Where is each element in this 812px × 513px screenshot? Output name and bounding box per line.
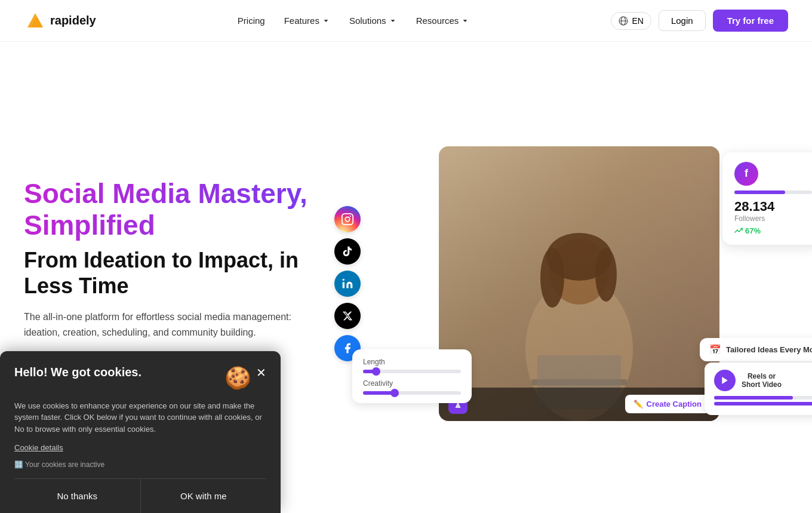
reels-card: Reels orShort Video — [705, 363, 812, 415]
cookie-title: Hello! We got cookies. — [14, 365, 219, 379]
cookie-inactive-message: 🔢 Your cookies are inactive — [14, 460, 266, 469]
stats-card: f 28.134 Followers 67% — [722, 152, 812, 245]
trending-up-icon — [734, 226, 743, 235]
hero-description: The all-in-one platform for effortless s… — [24, 309, 310, 340]
svg-point-7 — [350, 215, 351, 216]
play-icon — [720, 376, 730, 385]
hero-title-gradient: Social Media Mastery, Simplified — [24, 178, 310, 241]
cookie-close-button[interactable]: ✕ — [256, 365, 266, 380]
hero-photo-inner: ✏️ Create Caption — [439, 146, 719, 421]
creativity-label: Creativity — [363, 379, 461, 388]
svg-marker-17 — [722, 377, 727, 384]
logo-icon — [24, 10, 47, 32]
logo[interactable]: rapidely — [24, 10, 96, 32]
hero-title-sub: From Ideation to Impact, in Less Time — [24, 247, 310, 299]
svg-point-8 — [343, 278, 345, 280]
hero-photo: ✏️ Create Caption — [439, 146, 719, 421]
chevron-down-icon — [322, 17, 330, 25]
reels-bar-2 — [714, 402, 812, 406]
svg-rect-5 — [342, 213, 353, 224]
nav-pricing[interactable]: Pricing — [238, 16, 265, 26]
hero-illustration: ✏️ Create Caption f 28.134 Followers 67% — [334, 140, 788, 427]
svg-point-6 — [345, 217, 349, 221]
language-selector[interactable]: EN — [611, 12, 651, 30]
creativity-slider-group: Creativity — [363, 379, 461, 395]
length-slider-group: Length — [363, 358, 461, 373]
length-track[interactable] — [363, 370, 461, 373]
chevron-down-icon — [461, 17, 469, 25]
cookie-buttons: No thanks OK with me — [14, 478, 266, 513]
stats-card-avatar: f — [734, 162, 758, 186]
create-caption-button[interactable]: ✏️ Create Caption — [625, 395, 710, 413]
cookie-ok-button[interactable]: OK with me — [141, 479, 267, 513]
length-label: Length — [363, 358, 461, 366]
stats-followers-label: Followers — [734, 214, 812, 223]
instagram-icon[interactable] — [334, 206, 361, 232]
cookie-description: We use cookies to enhance your experienc… — [14, 400, 266, 435]
logo-text: rapidely — [50, 14, 96, 27]
length-thumb[interactable] — [372, 367, 380, 376]
sliders-panel: Length Creativity — [352, 349, 472, 403]
nav-solutions[interactable]: Solutions — [349, 16, 397, 26]
nav-right: EN Login Try for free — [611, 10, 788, 32]
stats-progress-bar — [734, 191, 812, 194]
x-twitter-icon[interactable] — [334, 303, 361, 329]
reels-label: Reels orShort Video — [742, 372, 782, 389]
reels-play-button[interactable] — [714, 370, 736, 391]
navbar: rapidely Pricing Features Solutions Reso… — [0, 0, 812, 42]
cookie-no-button[interactable]: No thanks — [14, 479, 141, 513]
tailored-ideas-badge: 📅 Tailored Ideas Every Month — [700, 338, 812, 361]
nav-links: Pricing Features Solutions Resources — [238, 16, 469, 26]
try-free-nav-button[interactable]: Try for free — [713, 10, 788, 32]
creativity-track[interactable] — [363, 391, 461, 395]
stats-followers-count: 28.134 — [734, 199, 812, 214]
linkedin-icon[interactable] — [334, 271, 361, 297]
cookie-emoji: 🍪 — [224, 365, 251, 391]
calendar-icon: 📅 — [709, 344, 721, 355]
globe-icon — [619, 16, 628, 26]
social-icons-column — [334, 206, 361, 361]
login-button[interactable]: Login — [659, 10, 706, 31]
nav-resources[interactable]: Resources — [416, 16, 470, 26]
caption-bar: ✏️ Create Caption — [439, 388, 719, 421]
cookie-details-link[interactable]: Cookie details — [14, 443, 266, 452]
nav-features[interactable]: Features — [284, 16, 330, 26]
tiktok-icon[interactable] — [334, 238, 361, 265]
creativity-thumb[interactable] — [390, 389, 399, 397]
chevron-down-icon — [389, 17, 397, 25]
cookie-banner: Hello! We got cookies. 🍪 ✕ We use cookie… — [0, 351, 281, 514]
stats-growth: 67% — [734, 226, 812, 235]
reels-bar-1 — [714, 396, 812, 400]
